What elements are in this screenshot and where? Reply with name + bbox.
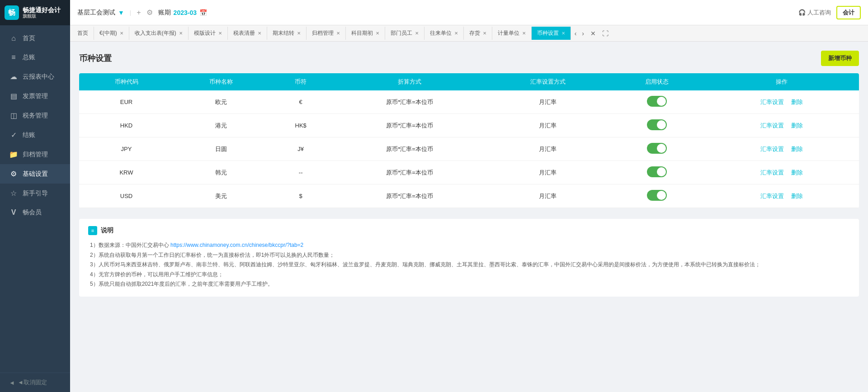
add-company-btn[interactable]: + bbox=[137, 9, 141, 17]
cell-rate-type: 月汇率 bbox=[486, 161, 610, 184]
tab-close-icon[interactable]: ✕ bbox=[336, 31, 340, 36]
period-value: 2023-03 bbox=[174, 9, 197, 16]
delete-link[interactable]: 删除 bbox=[791, 146, 803, 152]
tab-label: 归档管理 bbox=[312, 29, 334, 37]
main-area: 基层工会测试 ▼ | + ⚙ 账期 2023-03 📅 🎧 人工咨询 会计 首页… bbox=[70, 0, 868, 392]
cell-calc: 原币*汇率=本位币 bbox=[333, 114, 486, 137]
tab-close-all-btn[interactable]: ✕ bbox=[588, 29, 599, 38]
tab-template[interactable]: 模版设计 ✕ bbox=[189, 27, 228, 40]
tabbar: 首页 €(中期) ✕ 收入支出表(年报) ✕ 模版设计 ✕ 税表清册 ✕ 期末结… bbox=[70, 25, 868, 42]
notes-header: ≡ 说明 bbox=[88, 226, 850, 235]
tab-close-icon[interactable]: ✕ bbox=[522, 31, 526, 36]
pin-label: ◄取消固定 bbox=[18, 378, 47, 387]
new-currency-btn[interactable]: 新增币种 bbox=[821, 51, 859, 66]
delete-link[interactable]: 删除 bbox=[791, 99, 803, 105]
tab-currency[interactable]: 币种设置 ✕ bbox=[532, 27, 571, 40]
tab-label: 科目期初 bbox=[351, 29, 373, 37]
sidebar-item-label: 归档管理 bbox=[23, 151, 48, 159]
topbar-right: 🎧 人工咨询 会计 bbox=[798, 6, 861, 19]
tab-close-icon[interactable]: ✕ bbox=[561, 31, 565, 36]
sidebar-item-ledger[interactable]: ≡ 总账 bbox=[0, 48, 70, 67]
delete-link[interactable]: 删除 bbox=[791, 193, 803, 199]
sidebar-item-label: 畅会员 bbox=[23, 208, 42, 217]
tab-prev-btn[interactable]: ‹ bbox=[573, 29, 579, 38]
tab-close-icon[interactable]: ✕ bbox=[297, 31, 301, 36]
rate-setting-link[interactable]: 汇率设置 bbox=[760, 99, 784, 105]
rate-setting-link[interactable]: 汇率设置 bbox=[760, 169, 784, 176]
tab-income[interactable]: 收入支出表(年报) ✕ bbox=[129, 27, 189, 40]
tab-home[interactable]: 首页 bbox=[72, 27, 94, 40]
sidebar-item-tax[interactable]: ◫ 税务管理 bbox=[0, 106, 70, 125]
tab-close-icon[interactable]: ✕ bbox=[415, 31, 419, 36]
toggle-thumb bbox=[657, 167, 666, 176]
logo-text: 畅捷通好会计 旗舰版 bbox=[23, 6, 61, 19]
rate-setting-link[interactable]: 汇率设置 bbox=[760, 146, 784, 152]
tab-close-icon[interactable]: ✕ bbox=[179, 31, 183, 36]
cell-actions: 汇率设置 删除 bbox=[704, 114, 859, 137]
user-role-btn[interactable]: 会计 bbox=[836, 6, 861, 19]
sidebar-item-home[interactable]: ⌂ 首页 bbox=[0, 29, 70, 48]
sidebar-item-member[interactable]: V 畅会员 bbox=[0, 203, 70, 222]
tab-archive[interactable]: 归档管理 ✕ bbox=[307, 27, 346, 40]
notes-item: 4）无官方牌价的币种，可以用用户手工维护汇率信息； bbox=[88, 270, 850, 280]
tab-unit[interactable]: 计量单位 ✕ bbox=[492, 27, 532, 40]
enable-toggle[interactable] bbox=[647, 166, 667, 177]
tab-next-btn[interactable]: › bbox=[580, 29, 586, 38]
calendar-icon[interactable]: 📅 bbox=[199, 9, 207, 16]
tab-label: 部门员工 bbox=[391, 29, 412, 37]
topbar-divider: | bbox=[130, 9, 131, 16]
company-name: 基层工会测试 bbox=[77, 9, 115, 17]
logo-icon: 畅 bbox=[5, 5, 19, 20]
rate-setting-link[interactable]: 汇率设置 bbox=[760, 193, 784, 199]
sidebar-item-archive[interactable]: 📁 归档管理 bbox=[0, 145, 70, 164]
sidebar-item-settings[interactable]: ⚙ 基础设置 bbox=[0, 164, 70, 184]
cell-rate-type: 月汇率 bbox=[486, 137, 610, 161]
notes-item: 1）数据来源：中国外汇交易中心 https://www.chinamoney.c… bbox=[88, 241, 850, 250]
enable-toggle[interactable] bbox=[647, 143, 667, 154]
company-settings-btn[interactable]: ⚙ bbox=[146, 8, 153, 17]
home-icon: ⌂ bbox=[9, 34, 18, 43]
period-display: 账期 2023-03 📅 bbox=[158, 9, 207, 17]
help-btn[interactable]: 🎧 人工咨询 bbox=[798, 9, 831, 17]
notes-external-link[interactable]: https://www.chinamoney.com.cn/chinese/bk… bbox=[170, 242, 303, 248]
cell-actions: 汇率设置 删除 bbox=[704, 137, 859, 161]
sidebar-item-invoice[interactable]: ▤ 发票管理 bbox=[0, 86, 70, 106]
company-selector[interactable]: 基层工会测试 ▼ bbox=[77, 9, 124, 17]
tab-label: 期末结转 bbox=[273, 29, 294, 37]
rate-setting-link[interactable]: 汇率设置 bbox=[760, 122, 784, 129]
table-row: JPY 日圆 J¥ 原币*汇率=本位币 月汇率 汇率设置 删除 bbox=[79, 137, 859, 161]
sidebar-item-reports[interactable]: ☁ 云报表中心 bbox=[0, 67, 70, 86]
sidebar-item-label: 总账 bbox=[23, 53, 35, 61]
tab-period[interactable]: €(中期) ✕ bbox=[94, 27, 129, 40]
tab-close-icon[interactable]: ✕ bbox=[376, 31, 379, 36]
sidebar-item-label: 发票管理 bbox=[23, 92, 48, 100]
tab-close-icon[interactable]: ✕ bbox=[218, 31, 222, 36]
page-title: 币种设置 bbox=[79, 53, 112, 64]
archive-icon: 📁 bbox=[9, 150, 18, 159]
sidebar-item-guide[interactable]: ☆ 新手引导 bbox=[0, 184, 70, 203]
tab-subject[interactable]: 科目期初 ✕ bbox=[346, 27, 385, 40]
enable-toggle[interactable] bbox=[647, 119, 667, 130]
col-action: 操作 bbox=[704, 73, 859, 90]
tab-close-icon[interactable]: ✕ bbox=[454, 31, 458, 36]
cell-enabled bbox=[610, 137, 704, 161]
enable-toggle[interactable] bbox=[647, 190, 667, 201]
delete-link[interactable]: 删除 bbox=[791, 122, 803, 129]
tab-dept[interactable]: 部门员工 ✕ bbox=[385, 27, 425, 40]
cell-name: 韩元 bbox=[174, 161, 268, 184]
tab-close-icon[interactable]: ✕ bbox=[258, 31, 261, 36]
tab-inventory[interactable]: 存货 ✕ bbox=[464, 27, 492, 40]
enable-toggle[interactable] bbox=[647, 96, 667, 107]
tab-close-icon[interactable]: ✕ bbox=[120, 31, 123, 36]
tab-close-icon[interactable]: ✕ bbox=[483, 31, 486, 36]
tab-tax[interactable]: 税表清册 ✕ bbox=[228, 27, 267, 40]
sidebar-item-checkout[interactable]: ✓ 结账 bbox=[0, 125, 70, 145]
tab-contact[interactable]: 往来单位 ✕ bbox=[425, 27, 464, 40]
tab-period-end[interactable]: 期末结转 ✕ bbox=[267, 27, 307, 40]
delete-link[interactable]: 删除 bbox=[791, 169, 803, 176]
col-symbol: 币符 bbox=[268, 73, 333, 90]
sidebar-pin-toggle[interactable]: ◄ ◄取消固定 bbox=[0, 373, 70, 392]
tab-expand-btn[interactable]: ⛶ bbox=[600, 29, 610, 38]
toggle-thumb bbox=[657, 144, 666, 153]
cell-rate-type: 月汇率 bbox=[486, 184, 610, 208]
